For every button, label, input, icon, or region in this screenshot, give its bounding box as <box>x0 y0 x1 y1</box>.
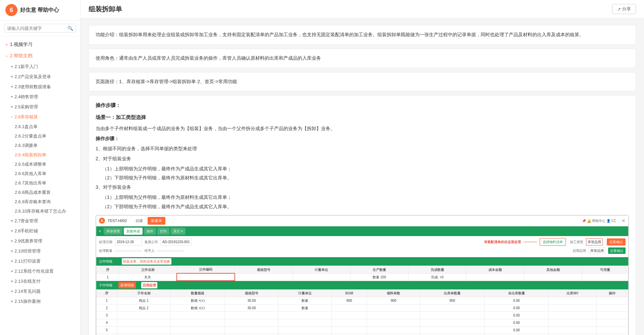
mock-input-count <box>115 250 142 252</box>
mock-table-top: 序 父件名称 父件编码 规格型号 计量单位 生产数量 完成数量 成本金额 其他金… <box>96 266 628 281</box>
step1: 1、根据不同的业务，选择不同单据的类型来处理 <box>96 145 629 153</box>
step2-2: （2）下部明细为子件明细，最终作为原材料生成其它出库单。 <box>96 174 629 182</box>
mock-nav-other[interactable]: 其它 ≡ <box>171 228 186 235</box>
nav-sub-item-sales[interactable]: + 2.4销售管理 <box>0 92 80 102</box>
nav-sub-item-newcomer[interactable]: + 2.1新手入门 <box>0 62 80 72</box>
mock-apply-btn[interactable]: 定案确认 <box>608 247 626 254</box>
mock-annotation3: 启用处理 <box>141 282 157 288</box>
mock-form-row1: 处理日期 2019-12-26 集团公司 AD-20191226-001 有装配… <box>99 238 626 246</box>
mock-th-other: 其他金额 <box>524 266 582 274</box>
mock-close-icon[interactable]: ✕ <box>622 217 626 225</box>
nav-sub-item-mobile[interactable]: + 2.8手机旺铺 <box>0 226 80 236</box>
nav-sub-sub-264[interactable]: 2.6.4组装拆卸单 <box>0 150 80 160</box>
nav-sub-item-install[interactable]: + 2.2产品安装及登录 <box>0 72 80 82</box>
sidebar: 6 好生意 帮助中心 🔍 + 1.视频学习 − 2.帮助文档 + 2 <box>0 0 80 335</box>
plus-icon: + <box>5 42 8 47</box>
mock-nav-new[interactable]: 新建单据 <box>124 228 143 235</box>
nav-sub-sub-261[interactable]: 2.6.1盘点单 <box>0 122 80 131</box>
plus-icon-data: + <box>11 84 13 89</box>
plus-icon-coupon: + <box>11 238 13 243</box>
nav-sub-sub-269[interactable]: 2.6.9库存账本查询 <box>0 197 80 207</box>
nav-sub-item-operation[interactable]: + 2.10经营管理 <box>0 246 80 256</box>
mock-section-top-label: 父件明细 <box>99 259 112 264</box>
nav-sub-item-cases[interactable]: + 2.15操作案例 <box>0 296 80 306</box>
nav-list: + 1.视频学习 − 2.帮助文档 + 2.1新手入门 + 2.2产品安装及登录 <box>0 36 80 309</box>
table-row: 3 0.00 <box>97 312 628 319</box>
mock-form-row2: 处理数量 经手人 启用品用 库管品用 定案确认 <box>99 247 626 254</box>
mock-th-cost: 成本金额 <box>466 266 524 274</box>
mock-logo: 6 <box>99 218 105 224</box>
nav-sub-item-finance[interactable]: + 2.7资金管理 <box>0 216 80 226</box>
mock-form-area: 处理日期 2019-12-26 集团公司 AD-20191226-001 有装配… <box>96 236 628 257</box>
step3-1: （1）上部明细为父件明细，最终作为原材料生成其它出库单； <box>96 193 629 202</box>
main-content: 功能介绍：组装拆卸单用来处理企业组装或拆卸等加工业务，支持有固定装配清单的产品加… <box>80 18 644 335</box>
plus-icon-system: + <box>11 269 13 274</box>
mock-label-person: 经手人 <box>145 248 155 254</box>
step2: 2、对于组装业务 <box>96 155 629 163</box>
search-box: 🔍 <box>0 20 80 36</box>
mock-label-group: 集团公司 <box>145 239 158 245</box>
mock-th-parent-code: 父件编码 <box>177 266 235 274</box>
mock-add-btn[interactable]: 新增明细 <box>118 282 136 288</box>
mock-nav-icon: ≡ <box>99 228 101 234</box>
ops-label: 操作步骤： <box>96 101 629 110</box>
nav-sub-sub-266[interactable]: 2.6.6其他入库单 <box>0 169 80 178</box>
nav-sub-item-purchase[interactable]: + 2.5采购管理 <box>0 102 80 112</box>
plus-icon-faq: + <box>11 289 13 294</box>
table-row: 1 商品 1 数规 +(+) 30.00 数量 900 900 900 0.00 <box>97 297 628 304</box>
nav-sub-sub-267[interactable]: 2.6.7其他出库单 <box>0 178 80 188</box>
breadcrumb: 页面路径：1、库存核算->库存管理->组装拆卸单 2、首页->常用功能 <box>96 79 237 84</box>
nav-item-docs: − 2.帮助文档 + 2.1新手入门 + 2.2产品安装及登录 + 2.3使用前… <box>0 50 80 306</box>
main-header: 组装拆卸单 ↗ 分享 <box>80 0 644 18</box>
mock-nav-print[interactable]: 打印 <box>157 228 169 235</box>
mock-section-header-bottom: 子件明细 新增明细 启用处理 <box>96 281 628 289</box>
nav-sub-item-inventory[interactable]: − 2.6库存核算 <box>0 112 80 122</box>
minus-icon-inventory: − <box>11 114 13 119</box>
intro-text-2: 使用角色：通常由生产人员或库管人员完成拆装业务的操作，库管人员确认原材料的出库和… <box>96 55 321 61</box>
nav-sub-sub-265[interactable]: 2.6.5成本调整单 <box>0 160 80 169</box>
nav-sub-item-data[interactable]: + 2.3使用前数据准备 <box>0 82 80 92</box>
minus-icon: − <box>5 54 8 59</box>
nav-sub-item-coupon[interactable]: + 2.9优惠券管理 <box>0 236 80 246</box>
table-row: 4 0.00 <box>97 319 628 327</box>
breadcrumb-card: 页面路径：1、库存核算->库存管理->组装拆卸单 2、首页->常用功能 <box>89 72 636 92</box>
nav-sub-sub-262[interactable]: 2.6.2分量盘点单 <box>0 131 80 141</box>
mock-input-person <box>157 250 184 252</box>
mock-confirm-btn[interactable]: 定案确认 <box>607 238 626 245</box>
mock-top-bar: 6 TEST-H002 自建 新建单 📌 🔔 帮助中心 👤 CC ✕ <box>96 216 628 227</box>
mock-th-done-qty: 完成数量 <box>408 266 466 274</box>
mock-th-seq: 序 <box>97 266 119 274</box>
scene1-desc: 当由多个子件材料组装成一个成品的业务为【组装】业务，当由一个父件拆分成多个子产品… <box>96 125 629 133</box>
page-title: 组装拆卸单 <box>89 5 122 14</box>
mock-select-btn[interactable]: 选择物料清单 <box>540 238 566 246</box>
nav-sub-item-payment[interactable]: + 2.13在线支付 <box>0 276 80 286</box>
nav-item-docs-label: 2.帮助文档 <box>10 53 33 59</box>
plus-icon-install: + <box>11 74 13 79</box>
mock-nav-home[interactable]: 库存管理 <box>104 228 122 235</box>
mock-nav-ops[interactable]: 操作 <box>144 228 156 235</box>
plus-icon-sales: + <box>11 94 13 99</box>
scene1-title: 场景一：加工类型选择 <box>96 113 629 122</box>
nav-sub-sub-268[interactable]: 2.6.8商品成本重算 <box>0 188 80 197</box>
table-row: 2 商品 2 数规 +(+) 30.00 数量 0.00 <box>97 304 628 312</box>
nav-sub-item-faq[interactable]: + 2.14常见问题 <box>0 286 80 296</box>
nav-item-video-toggle[interactable]: + 1.视频学习 <box>0 39 80 50</box>
nav-sub-item-system[interactable]: + 2.12系统个性化设置 <box>0 266 80 276</box>
search-wrap[interactable]: 🔍 <box>4 24 76 33</box>
nav-sub-item-print[interactable]: + 2.11打印设置 <box>0 256 80 266</box>
plus-icon-print: + <box>11 259 13 264</box>
share-icon: ↗ <box>617 7 621 12</box>
ops-steps-label: 操作步骤： <box>96 135 629 143</box>
nav-sub-sub-263[interactable]: 2.6.3调拨单 <box>0 141 80 150</box>
share-label: 分享 <box>622 6 631 12</box>
screenshot-container: 6 TEST-H002 自建 新建单 📌 🔔 帮助中心 👤 CC ✕ ≡ 库存管… <box>96 215 629 335</box>
share-button[interactable]: ↗ 分享 <box>612 4 636 14</box>
mock-tab-new: 新建单 <box>148 217 165 225</box>
nav-sub-sub-2610[interactable]: 2.6.10库存账本错了怎么办 <box>0 207 80 216</box>
plus-icon-finance: + <box>11 218 13 223</box>
nav-item-docs-toggle[interactable]: − 2.帮助文档 <box>0 50 80 62</box>
plus-icon-payment: + <box>11 279 13 284</box>
mock-th-unit: 计量单位 <box>292 266 351 274</box>
mock-label-count: 处理数量 <box>99 248 112 254</box>
search-input[interactable] <box>7 26 67 31</box>
